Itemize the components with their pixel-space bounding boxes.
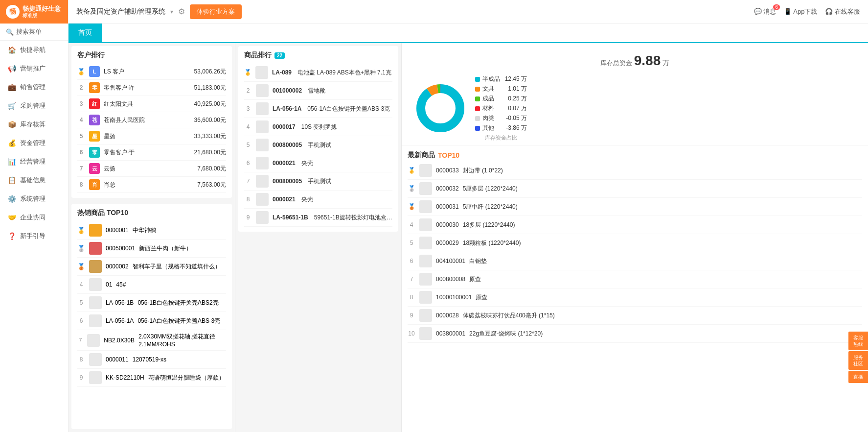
hot-name-1: 中华神鹞 <box>133 226 156 235</box>
purchase-icon: 🛒 <box>8 102 16 110</box>
customer-avatar-6: 零 <box>89 147 100 158</box>
new-prod-code-10: 003800001 <box>436 330 465 337</box>
new-prod-code-2: 0000032 <box>436 185 459 192</box>
message-badge: 6 <box>773 4 780 10</box>
hot-medal-2: 🥈 <box>77 245 85 252</box>
topbar: 装备及固定资产辅助管理系统 ▾ ⚙ 体验行业方案 💬 消息 6 📱 App下载 … <box>69 0 868 24</box>
content-grid: 客户排行 🥇 L LS 客户 53,006.26元 2 零 零售客户·许 51,… <box>69 43 868 432</box>
online-service-item[interactable]: 🎧 在线客服 <box>825 7 860 16</box>
sidebar-item-guide[interactable]: ❓ 新手引导 <box>0 227 68 245</box>
customer-name-7: 云扬 <box>104 165 193 173</box>
hot-img-2 <box>89 242 102 255</box>
new-prod-name-6: 白钢垫 <box>469 257 487 265</box>
new-prod-code-4: 0000030 <box>436 221 459 228</box>
prod-num-8: 8 <box>244 196 252 203</box>
message-icon: 💬 <box>754 8 762 15</box>
new-prod-4: 4 0000030 18多层 (1220*2440) <box>408 216 862 234</box>
phone-icon: 📱 <box>784 8 792 15</box>
search-menu-label: 搜索菜单 <box>16 27 42 36</box>
message-item[interactable]: 💬 消息 6 <box>754 7 777 16</box>
legend-val-1: 12.45 万 <box>503 75 527 83</box>
hot-item-2: 🥈 000500001 新西兰牛肉（新牛） <box>77 240 226 258</box>
logo-line1: 畅捷通好生意 <box>23 5 61 13</box>
new-prod-code-8: 10000100001 <box>436 294 472 301</box>
customer-avatar-1: L <box>89 66 100 77</box>
sidebar-item-system[interactable]: ⚙️ 系统管理 <box>0 190 68 208</box>
new-prod-icon-8 <box>419 291 432 304</box>
sidebar-item-operation[interactable]: 📊 经营管理 <box>0 152 68 171</box>
new-rank-4: 4 <box>408 221 415 228</box>
hot-code-7: NB2.0X30B <box>104 337 135 344</box>
customer-avatar-2: 零 <box>89 82 100 93</box>
prod-rank-8: 8 0000021 夹壳 <box>244 191 392 209</box>
inventory-donut-chart <box>413 81 467 135</box>
hot-name-5: 056-1B白色按键开关壳ABS2壳 <box>137 299 218 307</box>
hot-img-3 <box>89 260 102 273</box>
new-prod-8: 8 10000100001 原查 <box>408 288 862 307</box>
legend-dot-1 <box>475 77 480 82</box>
product-ranking-card: 商品排行 22 🥇 LA-089 电池盖 LA-089 ABS本色+黑种 7.1… <box>238 46 398 232</box>
page-tabs: 首页 <box>69 24 868 43</box>
sidebar-label-basics: 基础信息 <box>20 176 60 185</box>
new-prod-9: 9 0000028 体碳荔枝味苏打饮品400毫升 (1*15) <box>408 307 862 325</box>
prod-num-3: 3 <box>244 105 252 112</box>
legend-item-3: 成品 0.25 万 <box>475 95 527 103</box>
sidebar-item-marketing[interactable]: 📢 营销推广 <box>0 59 68 78</box>
float-service-live[interactable]: 直播 <box>848 371 868 383</box>
sidebar-item-purchase[interactable]: 🛒 采购管理 <box>0 96 68 115</box>
customer-name-4: 苍南县人民医院 <box>104 116 190 124</box>
prod-name-5: 000800005 手机测试 <box>273 141 392 149</box>
system-icon: ⚙️ <box>8 195 16 203</box>
sidebar-search-item[interactable]: 🔍 搜索菜单 <box>0 24 68 41</box>
sidebar-label-system: 系统管理 <box>20 194 60 203</box>
sidebar-item-quicknav[interactable]: 🏠 快捷导航 <box>0 41 68 59</box>
customer-value-1: 53,006.26元 <box>194 68 226 76</box>
new-prod-code-7: 000800008 <box>436 276 465 283</box>
svg-point-5 <box>426 94 455 123</box>
sidebar-label-quicknav: 快捷导航 <box>20 46 60 54</box>
app-download-item[interactable]: 📱 App下载 <box>784 7 817 16</box>
main-area: 装备及固定资产辅助管理系统 ▾ ⚙ 体验行业方案 💬 消息 6 📱 App下载 … <box>69 0 868 432</box>
prod-num-7: 7 <box>244 178 252 185</box>
new-prod-icon-2 <box>419 182 432 195</box>
hot-img-1 <box>89 224 102 237</box>
trial-button[interactable]: 体验行业方案 <box>190 4 242 19</box>
settings-icon[interactable]: ⚙ <box>178 7 185 16</box>
sidebar-item-basics[interactable]: 📋 基础信息 <box>0 171 68 190</box>
prod-num-2: 2 <box>244 87 252 94</box>
hot-item-6: 6 LA-056-1A 056-1A白色按键开关盖ABS 3壳 <box>77 312 226 330</box>
customer-name-5: 星扬 <box>104 132 190 141</box>
new-prod-name-10: 22g鱼豆腐-烧烤味 (1*12*20) <box>469 330 543 338</box>
sidebar-label-finance: 资金管理 <box>20 139 60 147</box>
legend-name-4: 材料 <box>482 104 500 113</box>
hot-code-9: KK-SD22110H <box>106 374 144 381</box>
float-service-hotline[interactable]: 客服热线 <box>848 332 868 350</box>
dropdown-arrow-icon[interactable]: ▾ <box>170 8 173 15</box>
tab-home[interactable]: 首页 <box>69 24 102 42</box>
hot-code-1: 0000001 <box>106 227 129 234</box>
sidebar-label-guide: 新手引导 <box>20 232 60 240</box>
inventory-icon: 📦 <box>8 120 16 128</box>
prod-num-9: 9 <box>244 214 252 221</box>
new-prod-icon-5 <box>419 237 432 249</box>
sidebar-label-sales: 销售管理 <box>20 83 60 92</box>
hot-name-2: 新西兰牛肉（新牛） <box>139 244 192 253</box>
customer-ranking-card: 客户排行 🥇 L LS 客户 53,006.26元 2 零 零售客户·许 51,… <box>71 46 232 198</box>
headset-icon: 🎧 <box>825 8 833 15</box>
new-rank-6: 6 <box>408 258 415 264</box>
new-prod-code-9: 0000028 <box>436 312 459 319</box>
new-rank-7: 7 <box>408 276 415 283</box>
hot-rank-8: 8 <box>77 356 85 363</box>
new-prod-name-4: 18多层 (1220*2440) <box>463 221 515 229</box>
search-menu-button[interactable]: 🔍 搜索菜单 <box>6 27 62 36</box>
sidebar-label-operation: 经营管理 <box>20 157 60 166</box>
new-prod-1: 🥇 0000033 封边带 (1.0*22) <box>408 162 862 180</box>
hot-rank-6: 6 <box>77 317 85 324</box>
sidebar-item-sales[interactable]: 💼 销售管理 <box>0 78 68 96</box>
collab-icon: 🤝 <box>8 214 16 221</box>
sidebar-item-collab[interactable]: 🤝 企业协同 <box>0 208 68 227</box>
sidebar-item-finance[interactable]: 💰 资金管理 <box>0 134 68 152</box>
float-service-community[interactable]: 服务社区 <box>848 351 868 370</box>
inventory-section: 库存总资金 9.88 万 <box>402 43 868 146</box>
sidebar-item-inventory[interactable]: 📦 库存核算 <box>0 115 68 134</box>
